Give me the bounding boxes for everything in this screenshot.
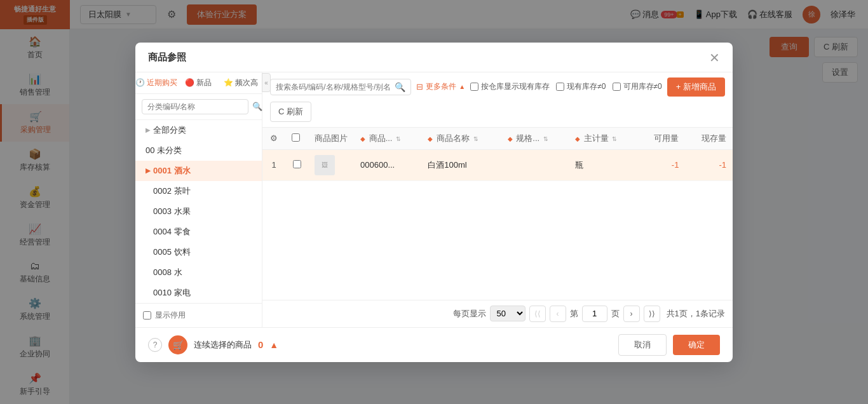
cb1-label: 按仓库显示现有库存: [481, 81, 550, 92]
right-panel: 🔍 ⊟ 更多条件 ▲ 按仓库显示现有库存 现: [262, 72, 733, 327]
th-unit[interactable]: ◆ 主计量 ⇅: [569, 128, 638, 150]
pg-input[interactable]: [582, 306, 607, 322]
pg-suffix: 页: [611, 308, 620, 320]
row-stock: -1: [685, 149, 733, 180]
cat-item-0003[interactable]: 0003 水果: [135, 201, 262, 222]
row-check[interactable]: [285, 149, 308, 180]
cb1[interactable]: 按仓库显示现有库存: [470, 81, 550, 92]
th-name-icon: ◆: [428, 135, 433, 142]
cat-item-0010[interactable]: 0010 家电: [135, 283, 262, 303]
filter-label: 更多条件: [426, 81, 456, 92]
search-box: 🔍: [270, 79, 411, 95]
sort-icon-unit: ⇅: [612, 136, 617, 142]
cb3[interactable]: 可用库存≠0: [613, 81, 662, 92]
new-icon: 🔴: [185, 78, 194, 87]
cb2[interactable]: 现有库存≠0: [556, 81, 606, 92]
cat-item-0001[interactable]: ▶ 0001 酒水: [135, 161, 262, 181]
cat-item-0004[interactable]: 0004 零食: [135, 222, 262, 242]
per-page-label: 每页显示: [453, 308, 486, 320]
tab-frequent[interactable]: ⭐ 频次高: [220, 72, 262, 93]
cat-label-all: 全部分类: [153, 125, 186, 136]
row-seq: 1: [262, 149, 285, 180]
show-disabled-label[interactable]: 显示停用: [143, 310, 254, 321]
tab-new[interactable]: 🔴 新品: [177, 72, 219, 93]
pg-last-btn[interactable]: ⟩⟩: [644, 306, 660, 322]
table-wrap: ⚙ 商品图片 ◆ 商品...: [262, 128, 733, 300]
filter-up-icon: ▲: [459, 83, 465, 90]
pg-prev-btn[interactable]: ‹: [550, 306, 566, 322]
row-unit: 瓶: [569, 149, 638, 180]
cat-item-00[interactable]: 00 未分类: [135, 140, 262, 161]
th-name[interactable]: ◆ 商品名称 ⇅: [421, 128, 501, 150]
th-spec-icon: ◆: [508, 135, 513, 142]
cat-label-0005: 0005 饮料: [153, 247, 191, 257]
cat-item-all[interactable]: ▶ 全部分类: [135, 120, 262, 140]
collapse-footer-icon[interactable]: ▲: [269, 340, 278, 350]
search-input[interactable]: [276, 83, 392, 91]
cat-label-0002: 0002 茶叶: [153, 186, 191, 196]
help-button[interactable]: ?: [148, 338, 162, 352]
frequent-icon: ⭐: [224, 78, 233, 87]
th-code[interactable]: ◆ 商品... ⇅: [354, 128, 421, 150]
cat-item-0005[interactable]: 0005 饮料: [135, 242, 262, 262]
search-icon[interactable]: 🔍: [395, 82, 405, 92]
confirm-button[interactable]: 确定: [673, 335, 720, 355]
th-img-label: 商品图片: [315, 133, 348, 143]
cat-label-00: 00 未分类: [146, 145, 182, 155]
th-stock-label: 现存量: [702, 133, 726, 143]
show-disabled-checkbox[interactable]: [143, 311, 151, 320]
th-available-label: 可用量: [654, 133, 679, 143]
filter-button[interactable]: ⊟ 更多条件 ▲: [416, 81, 465, 92]
footer-left: ? 🛒 连续选择的商品 0 ▲: [148, 335, 612, 354]
tab-frequent-label: 频次高: [235, 77, 258, 88]
show-disabled-area: 显示停用: [135, 303, 262, 327]
sort-icon-name: ⇅: [473, 136, 478, 142]
modal-body: 🕐 近期购买 🔴 新品 ⭐ 频次高 «: [135, 72, 733, 327]
product-image: 🖼: [315, 155, 335, 175]
th-spec[interactable]: ◆ 规格... ⇅: [501, 128, 569, 150]
cancel-button[interactable]: 取消: [618, 334, 667, 356]
cat-search-icon[interactable]: 🔍: [252, 102, 262, 111]
row-name: 白酒100ml: [421, 149, 501, 180]
select-all-checkbox[interactable]: [292, 133, 300, 142]
cb2-input[interactable]: [556, 83, 564, 91]
cat-item-0002[interactable]: 0002 茶叶: [135, 181, 262, 201]
collapse-left-btn[interactable]: «: [262, 73, 271, 92]
cat-search-input[interactable]: [142, 99, 248, 114]
left-panel: 🕐 近期购买 🔴 新品 ⭐ 频次高 «: [135, 72, 262, 327]
pg-info: 共1页，1条记录: [667, 308, 725, 320]
cat-label-0003: 0003 水果: [153, 206, 191, 216]
add-product-button[interactable]: + 新增商品: [667, 77, 725, 97]
modal: 商品参照 ✕ 🕐 近期购买 🔴 新品 ⭐: [135, 43, 733, 362]
arrow-icon-0001: ▶: [146, 167, 151, 174]
cat-search-area: 🔍: [135, 94, 262, 120]
refresh-button[interactable]: C 刷新: [270, 102, 311, 122]
close-icon[interactable]: ✕: [709, 51, 720, 64]
row-checkbox[interactable]: [293, 160, 301, 168]
selected-count: 0: [258, 339, 263, 350]
pg-next-btn[interactable]: ›: [623, 306, 640, 322]
cat-label-0001: 0001 酒水: [153, 165, 191, 177]
th-unit-icon: ◆: [575, 135, 580, 142]
tab-recent[interactable]: 🕐 近期购买: [135, 72, 177, 93]
category-list: ▶ 全部分类 00 未分类 ▶ 0001 酒水 0002 茶叶 0003 水果: [135, 120, 262, 303]
th-unit-label: 主计量: [584, 133, 609, 143]
cb1-input[interactable]: [470, 83, 478, 91]
th-code-label: 商品...: [369, 133, 393, 143]
cart-button[interactable]: 🛒: [168, 335, 187, 354]
modal-footer: ? 🛒 连续选择的商品 0 ▲ 取消 确定: [135, 327, 733, 362]
th-name-label: 商品名称: [437, 133, 470, 143]
tab-new-label: 新品: [196, 77, 212, 88]
sort-icon-spec: ⇅: [543, 136, 548, 142]
pg-first-btn[interactable]: ⟨⟨: [529, 306, 546, 322]
cat-item-0008[interactable]: 0008 水: [135, 262, 262, 283]
th-img: 商品图片: [308, 128, 354, 150]
per-page-select[interactable]: 20 50 100: [490, 306, 526, 321]
settings-icon[interactable]: ⚙: [270, 133, 278, 143]
cat-label-0010: 0010 家电: [153, 288, 191, 297]
modal-overlay: 商品参照 ✕ 🕐 近期购买 🔴 新品 ⭐: [0, 0, 868, 404]
cb3-input[interactable]: [613, 83, 621, 91]
th-settings[interactable]: ⚙: [262, 128, 285, 150]
table-row[interactable]: 1 🖼 000600... 白酒100ml 瓶: [262, 149, 733, 180]
row-spec: [501, 149, 569, 180]
